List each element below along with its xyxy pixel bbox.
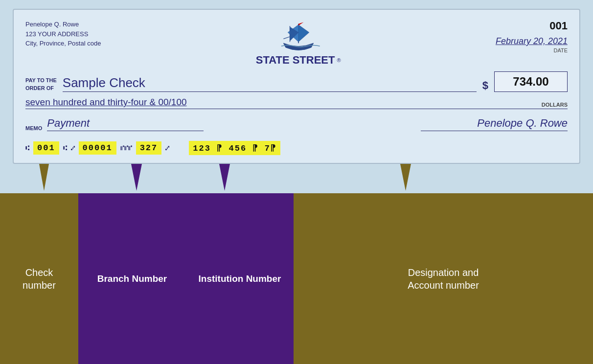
svg-marker-5	[219, 164, 230, 191]
micr-symbol-2: ⑆	[63, 144, 67, 152]
designation-label-section: Designation and Account number	[294, 193, 593, 364]
payee-name: Sample Check	[63, 75, 145, 90]
memo-field: Payment	[47, 117, 204, 131]
micr-line: ⑆ 001 ⑆ ⑇ 00001 ⑈⑈⑈ 327 ⑇ 123 ⁋ 456 ⁋ 7⁋	[25, 141, 568, 155]
pay-to-row: PAY TO THEORDER OF Sample Check $ 734.00	[25, 71, 568, 92]
memo-label: MEMO	[25, 125, 42, 131]
memo-row: MEMO Payment Penelope Q. Rowe	[25, 117, 568, 131]
written-amount: seven hundred and thirty-four & 00/100	[25, 97, 187, 108]
institution-number-label-section: Institution Number	[186, 193, 294, 364]
signature: Penelope Q. Rowe	[477, 117, 568, 129]
check-number: 001	[496, 20, 568, 32]
check-date-area: February 20, 2021 DATE	[496, 36, 568, 53]
bottom-labels: Check number Branch Number Institution N…	[0, 193, 593, 364]
dollar-sign: $	[482, 79, 488, 92]
branch-number-label-section: Branch Number	[78, 193, 186, 364]
micr-symbol-5: ⑇	[165, 144, 169, 152]
amount-value: 734.00	[513, 75, 548, 88]
bank-logo: STATE STREET ®	[256, 20, 341, 67]
amount-box: 734.00	[494, 71, 568, 92]
institution-number-label: Institution Number	[199, 273, 281, 284]
address-line1: 123 YOUR ADDRESS	[25, 29, 101, 39]
check-address: Penelope Q. Rowe 123 YOUR ADDRESS City, …	[25, 20, 101, 48]
memo-value: Payment	[47, 117, 90, 129]
svg-marker-6	[400, 164, 411, 191]
address-name: Penelope Q. Rowe	[25, 20, 101, 29]
micr-symbol-3: ⑇	[71, 144, 75, 152]
memo-left: MEMO Payment	[25, 117, 204, 131]
address-line2: City, Province, Postal code	[25, 39, 101, 48]
pay-to-label: PAY TO THEORDER OF	[25, 77, 57, 92]
micr-institution: 327	[136, 141, 162, 155]
micr-symbol-4: ⑈⑈⑈	[120, 144, 132, 152]
check: Penelope Q. Rowe 123 YOUR ADDRESS City, …	[13, 9, 580, 164]
micr-branch: 00001	[79, 141, 116, 155]
check-number-label-section: Check number	[0, 193, 78, 364]
bank-name: STATE STREET ®	[256, 54, 341, 67]
check-wrapper: Penelope Q. Rowe 123 YOUR ADDRESS City, …	[0, 0, 593, 164]
arrows-svg	[0, 164, 593, 193]
check-number-label: Check number	[23, 266, 56, 292]
svg-marker-4	[131, 164, 142, 191]
designation-label: Designation and Account number	[408, 266, 479, 292]
svg-line-2	[283, 37, 290, 39]
branch-number-label: Branch Number	[97, 273, 167, 284]
dollars-label: DOLLARS	[542, 102, 568, 108]
ship-icon	[276, 20, 320, 54]
arrow-area	[0, 164, 593, 193]
check-number-date: 001 February 20, 2021 DATE	[496, 20, 568, 53]
micr-check-num: 001	[33, 141, 59, 155]
micr-symbol-1: ⑆	[25, 144, 29, 152]
date-label: DATE	[496, 47, 568, 53]
micr-account: 123 ⁋ 456 ⁋ 7⁋	[189, 141, 280, 155]
signature-area: Penelope Q. Rowe	[421, 117, 568, 131]
written-amount-row: seven hundred and thirty-four & 00/100 D…	[25, 97, 568, 109]
svg-marker-3	[39, 164, 49, 191]
check-date: February 20, 2021	[496, 36, 568, 46]
payee-line: Sample Check	[63, 75, 477, 92]
check-header: Penelope Q. Rowe 123 YOUR ADDRESS City, …	[25, 20, 568, 67]
